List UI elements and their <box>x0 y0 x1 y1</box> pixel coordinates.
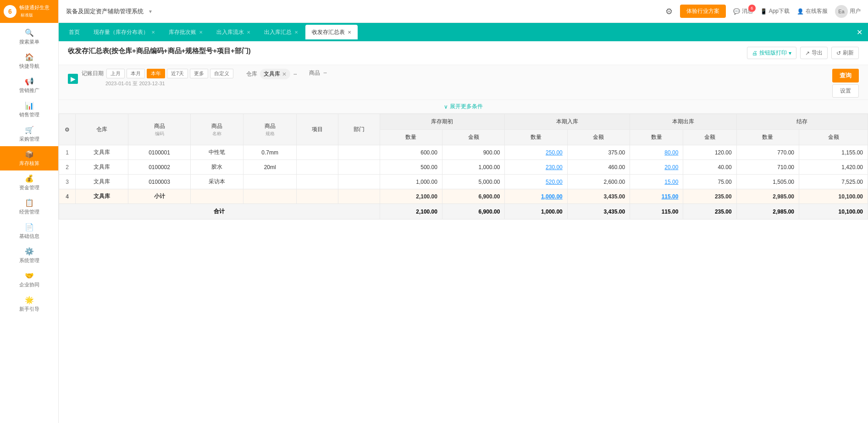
filter-toggle-btn[interactable]: ▶ <box>68 74 78 84</box>
sidebar-item-quick-nav[interactable]: 🏠 快捷导航 <box>0 49 58 73</box>
expand-conditions-btn[interactable]: ∨ 展开更多条件 <box>444 103 483 110</box>
topbar-settings-btn[interactable]: ⚙ <box>665 6 673 16</box>
tab-inventory-dist-close[interactable]: ✕ <box>151 30 155 35</box>
sidebar-item-enterprise[interactable]: 🤝 企业协同 <box>0 268 58 292</box>
sidebar-label-marketing: 营销推广 <box>19 87 39 94</box>
tab-in-out-flow[interactable]: 出入库流水 ✕ <box>210 25 257 39</box>
operations-icon: 📋 <box>25 198 34 207</box>
tab-in-out-summary-close[interactable]: ✕ <box>294 30 298 35</box>
expand-conditions-label: 展开更多条件 <box>450 103 483 110</box>
row2-opening-amt: 1,000.00 <box>442 160 504 175</box>
marketing-icon: 📢 <box>25 77 34 86</box>
warehouse-tag-close[interactable]: ✕ <box>282 71 287 77</box>
row3-product-name: 采访本 <box>191 175 243 189</box>
sidebar-item-basic-info[interactable]: 📄 基础信息 <box>0 219 58 243</box>
topbar-dropdown-icon: ▾ <box>149 8 152 15</box>
sidebar-label-inventory: 库存核算 <box>19 160 39 167</box>
sidebar-item-operations[interactable]: 📋 经营管理 <box>0 195 58 219</box>
row1-out-qty[interactable]: 80.00 <box>630 145 683 160</box>
user-action[interactable]: Ea 用户 <box>835 5 861 18</box>
warehouse-more-btn[interactable]: ··· <box>293 70 296 78</box>
sidebar-item-marketing[interactable]: 📢 营销推广 <box>0 73 58 98</box>
subtotal-closing-amt: 10,100.00 <box>799 189 868 204</box>
th-settings[interactable]: ⚙ <box>59 114 76 145</box>
sidebar-item-finance[interactable]: 💰 资金管理 <box>0 170 58 195</box>
tab-receive-send-summary[interactable]: 收发存汇总表 ✕ <box>305 25 358 39</box>
date-btn-custom[interactable]: 自定义 <box>210 69 233 78</box>
subtotal-col2 <box>243 189 297 204</box>
close-all-tabs-btn[interactable]: ✕ <box>855 26 864 38</box>
row3-in-qty[interactable]: 520.00 <box>505 175 567 189</box>
date-btn-7days[interactable]: 近7天 <box>167 69 188 78</box>
th-out-amt: 金额 <box>683 130 736 145</box>
export-btn[interactable]: ↗ 导出 <box>800 47 828 59</box>
tab-in-out-summary[interactable]: 出入库汇总 ✕ <box>258 25 304 39</box>
date-btn-this-year[interactable]: 本年 <box>147 69 165 78</box>
refresh-btn[interactable]: ↺ 刷新 <box>831 47 859 59</box>
subtotal-out-qty[interactable]: 115.00 <box>630 189 683 204</box>
date-btn-this-month[interactable]: 本月 <box>127 69 145 78</box>
row3-index: 3 <box>59 175 76 189</box>
row1-department <box>338 145 380 160</box>
tab-batch-account[interactable]: 库存批次账 ✕ <box>162 25 209 39</box>
filter-toggle[interactable]: ▶ <box>68 69 78 89</box>
filter-bar: ▶ 记账日期 上月 本月 本年 近7天 更多 自定义 2023-01-01 至 … <box>59 65 868 100</box>
subtotal-col4 <box>338 189 380 204</box>
th-product-name: 商品名称 <box>191 114 243 145</box>
row2-department <box>338 160 380 175</box>
date-btn-more[interactable]: 更多 <box>190 69 208 78</box>
goods-more-btn[interactable]: ··· <box>323 69 326 77</box>
messages-action[interactable]: 💬 消息 6 <box>733 7 753 15</box>
print-btn[interactable]: 🖨 按钮版打印 ▾ <box>747 47 796 59</box>
table-settings-icon: ⚙ <box>65 126 70 133</box>
tab-in-out-flow-close[interactable]: ✕ <box>247 30 250 35</box>
th-project: 项目 <box>297 114 338 145</box>
sidebar-label-finance: 资金管理 <box>19 184 39 191</box>
print-icon: 🖨 <box>752 50 757 56</box>
subtotal-in-qty[interactable]: 1,000.00 <box>505 189 567 204</box>
sidebar-item-system[interactable]: ⚙️ 系统管理 <box>0 243 58 268</box>
online-service-action[interactable]: 👤 在线客服 <box>797 7 828 15</box>
setting-btn[interactable]: 设置 <box>832 84 859 98</box>
mobile-icon: 📱 <box>760 8 767 15</box>
row2-out-amt: 40.00 <box>683 160 736 175</box>
app-download-action[interactable]: 📱 App下载 <box>760 7 790 15</box>
th-opening: 库存期初 <box>380 114 505 130</box>
row2-in-qty[interactable]: 230.00 <box>505 160 567 175</box>
tab-home[interactable]: 首页 <box>62 25 86 39</box>
tab-inventory-dist[interactable]: 现存量（库存分布表） ✕ <box>87 25 161 39</box>
query-btn-area: 查询 设置 <box>832 69 859 98</box>
row3-out-qty[interactable]: 15.00 <box>630 175 683 189</box>
row1-out-amt: 120.00 <box>683 145 736 160</box>
th-product-code: 商品编码 <box>128 114 190 145</box>
logo-name: 畅捷通好生意 <box>19 4 50 11</box>
row2-out-qty[interactable]: 20.00 <box>630 160 683 175</box>
row3-out-amt: 75.00 <box>683 175 736 189</box>
search-icon: 🔍 <box>25 28 34 37</box>
header-actions: 🖨 按钮版打印 ▾ ↗ 导出 ↺ 刷新 <box>747 47 859 59</box>
sidebar-item-sales[interactable]: 📊 销售管理 <box>0 98 58 122</box>
goods-filter-label: 商品 <box>309 69 320 77</box>
row3-closing-qty: 1,505.00 <box>736 175 799 189</box>
tab-receive-send-summary-label: 收发存汇总表 <box>312 28 345 36</box>
warehouse-tag: 文具库 ✕ <box>260 69 290 79</box>
row1-in-qty[interactable]: 250.00 <box>505 145 567 160</box>
tab-batch-account-close[interactable]: ✕ <box>199 30 203 35</box>
subtotal-opening-qty: 2,100.00 <box>380 189 442 204</box>
row1-product-spec: 0.7mm <box>243 145 297 160</box>
tab-inventory-dist-label: 现存量（库存分布表） <box>94 28 149 36</box>
date-options: 上月 本月 本年 近7天 更多 自定义 <box>106 69 233 78</box>
date-filter-label: 记账日期 <box>82 70 104 77</box>
date-btn-last-month[interactable]: 上月 <box>106 69 125 78</box>
row3-product-code: 0100003 <box>128 175 190 189</box>
sidebar-item-guide[interactable]: 🌟 新手引导 <box>0 292 58 316</box>
footer-opening-qty: 2,100.00 <box>380 204 442 220</box>
sidebar-item-inventory[interactable]: 📦 库存核算 <box>0 146 58 170</box>
tab-receive-send-summary-close[interactable]: ✕ <box>348 30 351 35</box>
trial-btn[interactable]: 体验行业方案 <box>680 5 726 18</box>
tab-in-out-summary-label: 出入库汇总 <box>264 28 292 36</box>
query-btn[interactable]: 查询 <box>832 69 859 82</box>
row2-opening-qty: 500.00 <box>380 160 442 175</box>
sidebar-item-search[interactable]: 🔍 搜索菜单 <box>0 25 58 49</box>
sidebar-item-purchase[interactable]: 🛒 采购管理 <box>0 122 58 146</box>
